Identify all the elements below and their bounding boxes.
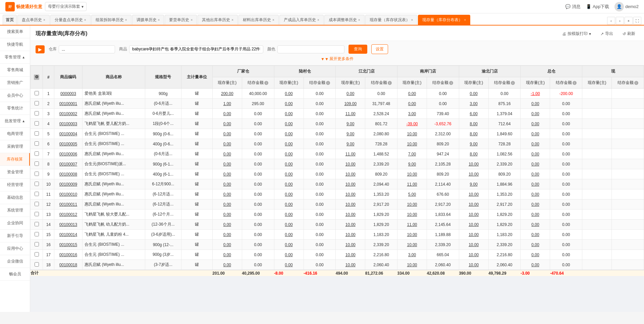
row-t-stock[interactable]: -1.00 <box>521 89 550 99</box>
info-icon[interactable]: i <box>449 81 453 85</box>
row-checkbox[interactable] <box>31 199 43 210</box>
sidebar-item-marketing[interactable]: 营销推广 <box>0 77 30 89</box>
row-f-stock[interactable]: 0.00 <box>212 179 242 189</box>
tab-assembly[interactable]: 组装拆卸单历史 × <box>91 15 131 25</box>
row-checkbox[interactable] <box>31 159 43 169</box>
row-jb-stock[interactable]: 9.00 <box>336 129 365 139</box>
row-f-stock[interactable]: 0.00 <box>212 250 242 260</box>
row-yb-stock[interactable]: 10.00 <box>459 260 488 270</box>
info-icon[interactable]: i <box>264 81 268 85</box>
row-na-stock[interactable]: 10.00 <box>397 230 427 240</box>
row-t-stock[interactable]: 0.00 <box>521 260 550 270</box>
row-code[interactable]: 00100014 <box>54 230 83 240</box>
row-code[interactable]: 00100015 <box>54 240 83 250</box>
row-jb-stock[interactable]: 10.00 <box>336 199 365 210</box>
row-f-stock[interactable]: 0.00 <box>212 139 242 149</box>
sidebar-item-retail[interactable]: 零售管理 ▲ <box>0 51 30 64</box>
close-icon[interactable]: × <box>231 18 233 22</box>
row-code[interactable]: 00100005 <box>54 139 83 149</box>
row-t-stock[interactable]: 0.00 <box>521 99 550 109</box>
product-input[interactable] <box>129 45 263 53</box>
row-f-stock[interactable]: 0.00 <box>212 210 242 220</box>
row-t-stock[interactable]: 0.00 <box>521 230 550 240</box>
message-button[interactable]: 💬 消息 <box>565 4 581 10</box>
row-yb-stock[interactable]: 8.00 <box>459 129 488 139</box>
sidebar-item-quicknav[interactable]: 快捷导航 <box>0 38 30 51</box>
row-l-stock[interactable]: 0.00 <box>274 149 304 159</box>
sidebar-item-inventory[interactable]: 库存核算 <box>0 153 30 166</box>
row-l-stock[interactable]: 0.00 <box>274 230 304 240</box>
row-f-stock[interactable]: 0.00 <box>212 230 242 240</box>
row-na-stock[interactable]: 10.00 <box>397 260 427 270</box>
row-t-stock[interactable]: 0.00 <box>521 220 550 230</box>
row-checkbox[interactable] <box>31 109 43 119</box>
row-f-stock[interactable]: 0.00 <box>212 169 242 179</box>
row-f-stock[interactable]: 0.00 <box>212 149 242 159</box>
row-yb-stock[interactable]: 10.00 <box>459 169 488 179</box>
row-l-stock[interactable]: 0.00 <box>274 159 304 169</box>
close-icon[interactable]: × <box>158 18 160 22</box>
row-l-stock[interactable]: 0.00 <box>274 240 304 250</box>
row-code[interactable]: 00100013 <box>54 220 83 230</box>
row-code[interactable]: 00100006 <box>54 149 83 159</box>
close-icon[interactable]: × <box>84 18 86 22</box>
sidebar-item-retail-stats[interactable]: 零售统计 <box>0 102 30 115</box>
info-icon[interactable]: i <box>573 81 577 85</box>
row-code[interactable]: 00100008 <box>54 169 83 179</box>
row-na-stock[interactable]: 10.00 <box>397 240 427 250</box>
row-yb-stock[interactable]: 9.00 <box>459 179 488 189</box>
info-icon[interactable]: i <box>326 81 330 85</box>
row-checkbox[interactable] <box>31 139 43 149</box>
sidebar-item-appcenter[interactable]: 应用中心 <box>0 242 30 255</box>
row-l-stock[interactable]: 0.00 <box>274 89 304 99</box>
row-na-stock[interactable]: 11.00 <box>397 179 427 189</box>
close-icon[interactable]: × <box>125 18 127 22</box>
row-checkbox[interactable] <box>31 210 43 220</box>
row-checkbox[interactable] <box>31 240 43 250</box>
sidebar-item-collab[interactable]: 企业协同 <box>0 217 30 230</box>
row-t-stock[interactable]: 0.00 <box>521 149 550 159</box>
nav-close-all[interactable]: × <box>625 17 633 25</box>
row-l-stock[interactable]: 0.00 <box>274 139 304 149</box>
row-na-stock[interactable]: 10.00 <box>397 139 427 149</box>
row-na-stock[interactable]: 10.00 <box>397 199 427 210</box>
row-l-stock[interactable]: 0.00 <box>274 179 304 189</box>
row-checkbox[interactable] <box>31 179 43 189</box>
close-icon[interactable]: × <box>43 18 45 22</box>
row-l-stock[interactable]: 0.00 <box>274 199 304 210</box>
nav-next-arrow[interactable]: › <box>616 17 624 25</box>
row-l-stock[interactable]: 0.00 <box>274 220 304 230</box>
row-l-stock[interactable]: 0.00 <box>274 189 304 199</box>
close-icon[interactable]: × <box>317 18 319 22</box>
row-l-stock[interactable]: 0.00 <box>274 210 304 220</box>
row-na-stock[interactable]: 10.00 <box>397 169 427 179</box>
row-code[interactable]: 00100012 <box>54 210 83 220</box>
row-f-stock[interactable]: 200.00 <box>212 89 242 99</box>
nav-expand[interactable]: ⛶ <box>633 17 641 25</box>
row-na-stock[interactable]: 5.00 <box>397 189 427 199</box>
row-jb-stock[interactable]: 10.00 <box>336 189 365 199</box>
tab-material-out[interactable]: 材料出库单历史 × <box>238 15 279 25</box>
tab-transfer[interactable]: 调拨单历史 × <box>132 15 164 25</box>
row-checkbox[interactable] <box>31 250 43 260</box>
row-code[interactable]: 00100001 <box>54 99 83 109</box>
row-jb-stock[interactable]: 11.00 <box>336 149 365 159</box>
sidebar-item-wechat[interactable]: 企业微信 <box>0 255 30 268</box>
row-checkbox[interactable] <box>31 149 43 159</box>
tab-other-out[interactable]: 其他出库单历史 × <box>198 15 238 25</box>
sidebar-item-finance[interactable]: 资金管理 <box>0 166 30 179</box>
row-l-stock[interactable]: 0.00 <box>274 119 304 129</box>
tab-partial-count[interactable]: 分量盘点单历史 × <box>50 15 91 25</box>
row-l-stock[interactable]: 0.00 <box>274 250 304 260</box>
row-code[interactable]: 00100003 <box>54 119 83 129</box>
row-yb-stock[interactable]: 8.00 <box>459 149 488 159</box>
row-yb-stock[interactable]: 10.00 <box>459 189 488 199</box>
row-checkbox[interactable] <box>31 189 43 199</box>
print-button[interactable]: 🖨 按模版打印 ▾ <box>559 30 594 38</box>
row-jb-stock[interactable]: 10.00 <box>336 240 365 250</box>
query-button[interactable]: 查询 <box>348 45 367 54</box>
row-l-stock[interactable]: 0.00 <box>274 109 304 119</box>
close-icon[interactable]: × <box>272 18 274 22</box>
row-f-stock[interactable]: 0.00 <box>212 159 242 169</box>
row-t-stock[interactable]: 0.00 <box>521 189 550 199</box>
